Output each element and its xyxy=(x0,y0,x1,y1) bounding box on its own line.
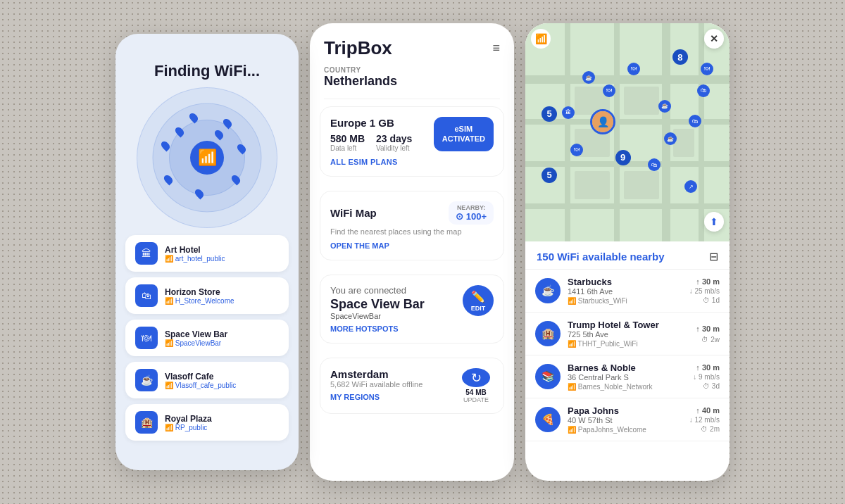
connected-network-name: Space View Bar xyxy=(330,297,463,312)
hotspot-meta-starbucks: ↑ 30 m ↓ 25 mb/s ⏱ 1d xyxy=(689,277,720,304)
nearby-count: ⊙ 100+ xyxy=(456,211,487,222)
user-avatar: 👤 xyxy=(592,111,613,132)
update-label: UPDATE xyxy=(463,396,489,403)
amsterdam-title: Amsterdam xyxy=(330,368,458,380)
wifi-nearby-list: 🏛 Art Hotel 📶 art_hotel_public 🛍 Horizon… xyxy=(115,235,299,441)
wifi-map-desc: Find the nearest places using the map xyxy=(330,227,494,236)
wifi-item-space-view-bar[interactable]: 🍽 Space View Bar 📶 SpaceViewBar xyxy=(125,320,289,356)
country-section: COUNTRY Netherlands xyxy=(310,66,514,99)
amsterdam-info: Amsterdam 5,682 WiFi available offline M… xyxy=(330,368,458,401)
hotspot-item-papa-johns[interactable]: 🍕 Papa Johns 40 W 57th St 📶 PapaJohns_We… xyxy=(525,398,730,441)
map-pin-store1[interactable]: 🛍 xyxy=(697,84,710,97)
edit-label: EDIT xyxy=(471,305,486,312)
esim-plan-name: Europe 1 GB xyxy=(330,117,434,129)
hotspot-item-starbucks[interactable]: ☕ Starbucks 1411 6th Ave 📶 Starbucks_WiF… xyxy=(525,270,730,313)
esim-card: Europe 1 GB 580 MB Data left 23 days Val… xyxy=(320,106,504,177)
hotspot-distance: ↑ 30 m xyxy=(696,277,720,286)
update-circle: ↻ xyxy=(462,368,490,387)
hotspot-name: Barnes & Noble xyxy=(568,363,686,373)
map-pin-food3[interactable]: 🍽 xyxy=(570,144,583,156)
wifi-item-horizon-store[interactable]: 🛍 Horizon Store 📶 H_Store_Welcome xyxy=(125,277,289,314)
hotspot-info-barnes: Barnes & Noble 36 Central Park S 📶 Barne… xyxy=(568,363,686,391)
map-close-button[interactable]: ✕ xyxy=(704,29,724,49)
map-cluster-8[interactable]: 8 xyxy=(672,49,688,65)
hotspot-distance: ↑ 30 m xyxy=(696,363,720,372)
edit-button[interactable]: ✏️ EDIT xyxy=(463,285,494,316)
wifi-item-ssid: 📶 SpaceViewBar xyxy=(165,339,227,347)
hotspot-name: Papa Johns xyxy=(568,405,682,416)
map-pin-cafe2[interactable]: ☕ xyxy=(658,100,671,113)
wifi-item-icon-horizon-store: 🛍 xyxy=(135,284,158,307)
wifi-item-ssid: 📶 art_hotel_public xyxy=(165,255,225,263)
esim-stats: 580 MB Data left 23 days Validity left xyxy=(330,133,434,152)
map-cluster-9[interactable]: 9 xyxy=(615,150,631,165)
wifi-count-bar: 150 WiFi available nearby ⊟ xyxy=(525,241,730,270)
tripbox-app-title: TripBox xyxy=(324,37,392,59)
amsterdam-desc: 5,682 WiFi available offline xyxy=(330,380,458,389)
screen-tripbox: TripBox ≡ COUNTRY Netherlands Europe 1 G… xyxy=(310,23,514,481)
hotspot-icon-trump: 🏨 xyxy=(535,321,561,346)
connected-header: You are connected Space View Bar SpaceVi… xyxy=(330,285,494,333)
wifi-center-icon: 📶 xyxy=(198,149,217,167)
map-navigate-button[interactable]: ⬆ xyxy=(704,212,724,232)
map-wifi-button[interactable]: 📶 xyxy=(531,29,551,49)
hotspot-list: ☕ Starbucks 1411 6th Ave 📶 Starbucks_WiF… xyxy=(525,270,730,481)
hotspot-address: 40 W 57th St xyxy=(568,416,682,424)
wifi-item-name: Royal Plaza xyxy=(165,414,212,424)
map-cluster-5[interactable]: 5 xyxy=(542,106,557,122)
map-pin-food4[interactable]: 🍽 xyxy=(603,84,615,97)
data-left-label: Data left xyxy=(330,144,365,152)
wifi-count-text: 150 WiFi available nearby xyxy=(537,251,665,263)
svg-rect-14 xyxy=(624,171,659,199)
map-pin-food1[interactable]: 🍽 xyxy=(627,63,640,75)
radar-animation: 📶 xyxy=(137,87,277,228)
svg-rect-13 xyxy=(575,171,610,199)
more-hotspots-link[interactable]: MORE HOTSPOTS xyxy=(330,325,463,333)
hotspot-info-papa-johns: Papa Johns 40 W 57th St 📶 PapaJohns_Welc… xyxy=(568,405,682,434)
map-pin-hotel1[interactable]: 🏛 xyxy=(562,106,575,119)
wifi-item-info: Royal Plaza 📶 RP_public xyxy=(165,414,212,431)
nearby-label: NEARBY: xyxy=(457,204,485,211)
screen-finding-wifi: Finding WiFi... 📶 🏛 Art Hot xyxy=(115,34,299,470)
wifi-item-royal-plaza[interactable]: 🏨 Royal Plaza 📶 RP_public xyxy=(125,404,289,441)
data-left-stat: 580 MB Data left xyxy=(330,133,365,152)
all-esim-plans-link[interactable]: ALL eSIM PLANS xyxy=(330,158,434,166)
screens-container: Finding WiFi... 📶 🏛 Art Hot xyxy=(115,23,730,481)
connected-info: You are connected Space View Bar SpaceVi… xyxy=(330,285,463,333)
hotspot-icon-papa-johns: 🍕 xyxy=(535,407,561,432)
open-map-link[interactable]: OPEN THE MAP xyxy=(330,241,494,250)
hotspot-icon-barnes: 📚 xyxy=(535,364,561,389)
nearby-badge: NEARBY: ⊙ 100+ xyxy=(449,201,494,225)
radar-center-icon: 📶 xyxy=(190,141,224,175)
map-cluster-5b[interactable]: 5 xyxy=(542,168,557,183)
connected-ssid: SpaceViewBar xyxy=(330,312,463,320)
filter-icon[interactable]: ⊟ xyxy=(709,250,718,263)
hotspot-time: ⏱ 2m xyxy=(701,425,720,433)
hotspot-ssid: 📶 Barnes_Noble_Network xyxy=(568,383,686,391)
screen-map-list: 8 5 5 9 ☕ 🍽 🍽 🛍 ☕ 🛍 ☕ 🍽 🛍 🏛 🍽 ↗ 👤 📶 ✕ xyxy=(525,23,730,481)
hotspot-item-trump[interactable]: 🏨 Trump Hotel & Tower 725 5th Ave 📶 THHT… xyxy=(525,313,730,355)
wifi-count-suffix: WiFi available nearby xyxy=(557,251,664,263)
wifi-item-icon-vlasoff-cafe: ☕ xyxy=(135,369,158,391)
my-regions-link[interactable]: MY REGIONS xyxy=(330,393,458,401)
update-button[interactable]: ↻ 54 MB UPDATE xyxy=(458,368,494,403)
hotspot-speed: ↓ 25 mb/s xyxy=(689,287,720,295)
map-view[interactable]: 8 5 5 9 ☕ 🍽 🍽 🛍 ☕ 🛍 ☕ 🍽 🛍 🏛 🍽 ↗ 👤 📶 ✕ xyxy=(525,23,730,241)
hotspot-address: 725 5th Ave xyxy=(568,330,689,339)
amsterdam-card: Amsterdam 5,682 WiFi available offline M… xyxy=(320,358,504,414)
wifi-item-vlasoff-cafe[interactable]: ☕ Vlasoff Cafe 📶 Vlasoff_cafe_public xyxy=(125,362,289,398)
wifi-item-icon-art-hotel: 🏛 xyxy=(135,242,158,265)
hotspot-name: Trump Hotel & Tower xyxy=(568,320,689,330)
hotspot-item-barnes[interactable]: 📚 Barnes & Noble 36 Central Park S 📶 Bar… xyxy=(525,355,730,398)
connected-card: You are connected Space View Bar SpaceVi… xyxy=(320,275,504,344)
update-size: 54 MB xyxy=(465,389,486,396)
wifi-item-ssid: 📶 RP_public xyxy=(165,424,212,431)
wifi-map-card: WiFi Map NEARBY: ⊙ 100+ Find the nearest… xyxy=(320,191,504,260)
amsterdam-section: Amsterdam 5,682 WiFi available offline M… xyxy=(330,368,494,403)
validity-value: 23 days xyxy=(376,133,412,144)
hotspot-ssid: 📶 PapaJohns_Welcome xyxy=(568,426,682,434)
menu-icon[interactable]: ≡ xyxy=(492,41,500,56)
wifi-item-info: Horizon Store 📶 H_Store_Welcome xyxy=(165,287,234,305)
wifi-item-art-hotel[interactable]: 🏛 Art Hotel 📶 art_hotel_public xyxy=(125,235,289,272)
hotspot-time: ⏱ 1d xyxy=(703,296,720,304)
